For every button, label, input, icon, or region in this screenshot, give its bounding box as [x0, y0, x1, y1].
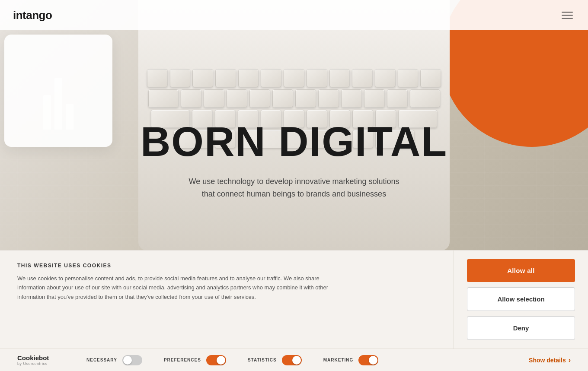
menu-line: [562, 18, 573, 19]
key: [352, 69, 373, 87]
logo: intango: [13, 9, 52, 22]
logo-text: intango: [13, 9, 52, 22]
key: [375, 69, 396, 87]
necessary-toggle-group: NECESSARY: [86, 355, 142, 365]
cookiebot-name: Cookiebot: [17, 354, 65, 361]
marketing-label: MARKETING: [323, 358, 354, 362]
deco-bar: [54, 78, 62, 130]
key: [398, 69, 419, 87]
key: [192, 69, 213, 87]
key: [215, 69, 236, 87]
key: [329, 69, 350, 87]
cookie-banner: THIS WEBSITE USES COOKIES We use cookies…: [0, 250, 588, 371]
key: [148, 89, 179, 108]
key: [204, 89, 224, 108]
hero-title: BORN DIGITAL: [121, 121, 467, 162]
key: [420, 69, 441, 87]
hero-section: BORN DIGITAL We use technology to develo…: [0, 0, 588, 251]
decorative-bars: [43, 78, 74, 130]
chevron-right-icon: ›: [569, 356, 571, 364]
menu-line: [562, 12, 573, 13]
key: [364, 89, 385, 108]
key: [181, 89, 201, 108]
key: [387, 89, 408, 108]
key: [341, 89, 362, 108]
toggle-track: [122, 355, 142, 365]
statistics-toggle[interactable]: [282, 355, 302, 365]
deny-button[interactable]: Deny: [467, 316, 575, 340]
marketing-toggle-group: MARKETING: [323, 355, 379, 365]
necessary-toggle[interactable]: [122, 355, 142, 365]
preferences-toggle-group: PREFERENCES: [164, 355, 226, 365]
cookie-description: We use cookies to personalise content an…: [17, 274, 342, 301]
cookie-main-area: THIS WEBSITE USES COOKIES We use cookies…: [0, 251, 588, 349]
deco-bar: [43, 95, 51, 130]
preferences-label: PREFERENCES: [164, 358, 201, 362]
hamburger-menu-button[interactable]: [559, 10, 575, 21]
key: [238, 69, 259, 87]
show-details-link[interactable]: Show details ›: [529, 356, 571, 364]
cookie-text-area: THIS WEBSITE USES COOKIES We use cookies…: [0, 251, 454, 349]
key: [170, 69, 191, 87]
key: [284, 69, 304, 87]
key: [147, 69, 168, 87]
toggle-track: [358, 355, 378, 365]
cookie-footer: Cookiebot by Usercentrics NECESSARY PREF…: [0, 349, 588, 371]
key: [227, 89, 247, 108]
necessary-label: NECESSARY: [86, 358, 117, 362]
key: [318, 89, 339, 108]
key: [410, 89, 440, 108]
navbar: intango: [0, 0, 588, 30]
toggle-thumb: [369, 356, 377, 365]
key: [261, 69, 281, 87]
toggle-track: [282, 355, 302, 365]
deco-bar: [66, 104, 74, 130]
allow-all-button[interactable]: Allow all: [467, 259, 575, 282]
key: [295, 89, 316, 108]
cookiebot-logo: Cookiebot by Usercentrics: [17, 354, 65, 366]
cookie-actions: Allow all Allow selection Deny: [454, 251, 588, 349]
toggle-thumb: [123, 356, 132, 365]
key: [307, 69, 327, 87]
toggle-thumb: [217, 356, 225, 365]
show-details-text: Show details: [529, 357, 566, 364]
cookie-title: THIS WEBSITE USES COOKIES: [17, 263, 436, 269]
hero-subtitle: We use technology to develop innovative …: [121, 175, 467, 200]
key: [272, 89, 293, 108]
marketing-toggle[interactable]: [358, 355, 378, 365]
toggle-track: [206, 355, 226, 365]
key: [249, 89, 270, 108]
allow-selection-button[interactable]: Allow selection: [467, 287, 575, 311]
hero-text-container: BORN DIGITAL We use technology to develo…: [121, 121, 467, 200]
toggle-thumb: [292, 356, 301, 365]
statistics-toggle-group: STATISTICS: [248, 355, 302, 365]
statistics-label: STATISTICS: [248, 358, 277, 362]
menu-line: [562, 15, 573, 16]
cookiebot-sub: by Usercentrics: [17, 361, 65, 366]
preferences-toggle[interactable]: [206, 355, 226, 365]
